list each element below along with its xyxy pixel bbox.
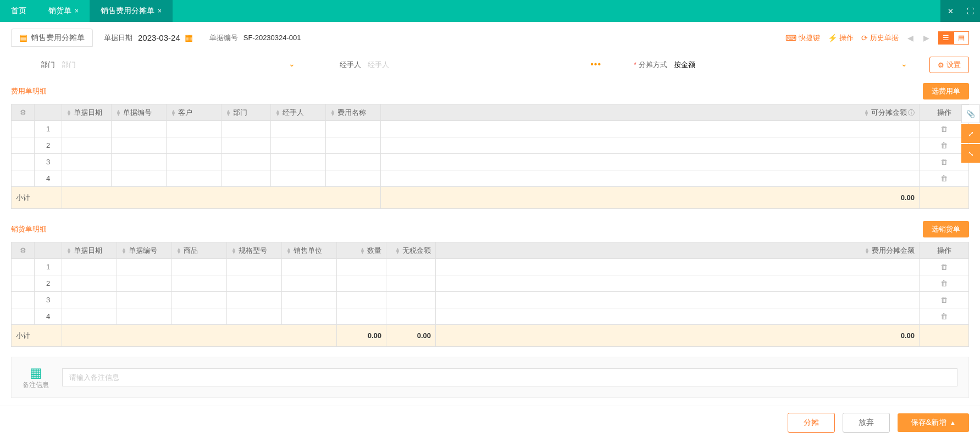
remarks-input[interactable] <box>62 368 957 386</box>
history-icon: ⟳ <box>861 34 868 42</box>
table-row[interactable]: 4🗑 <box>12 308 969 325</box>
tab-current[interactable]: 销售费用分摊单× <box>90 0 173 22</box>
fee-table: ⚙ ▲▼单据日期 ▲▼单据编号 ▲▼客户 ▲▼部门 ▲▼经手人 ▲▼费用名称 ▲… <box>11 104 969 209</box>
discard-button[interactable]: 放弃 <box>843 413 890 433</box>
gear-icon[interactable]: ⚙ <box>12 104 35 121</box>
delete-icon[interactable]: 🗑 <box>920 259 969 275</box>
select-sales-button[interactable]: 选销货单 <box>923 221 969 237</box>
col-amount-notax[interactable]: ▲▼无税金额 <box>386 242 436 259</box>
remarks-section: ▦ 备注信息 <box>11 357 969 398</box>
sales-table: ⚙ ▲▼单据日期 ▲▼单据编号 ▲▼商品 ▲▼规格型号 ▲▼销售单位 ▲▼数量 … <box>11 242 969 347</box>
delete-icon[interactable]: 🗑 <box>920 308 969 325</box>
prev-icon[interactable]: ◀ <box>906 34 915 42</box>
collapse-icon[interactable]: ⤡ <box>961 144 980 163</box>
history-link[interactable]: ⟳历史单据 <box>861 33 899 43</box>
tab-home[interactable]: 首页 <box>0 0 37 22</box>
allocate-button[interactable]: 分摊 <box>788 413 835 433</box>
col-customer[interactable]: ▲▼客户 <box>167 104 222 121</box>
gear-icon: ⚙ <box>938 61 944 69</box>
shortcuts-link[interactable]: ⌨快捷键 <box>785 33 820 43</box>
delete-icon[interactable]: 🗑 <box>920 275 969 292</box>
attachment-icon[interactable]: 📎 <box>961 104 980 123</box>
alloc-label: *分摊方式 <box>623 60 667 70</box>
table-row[interactable]: 4🗑 <box>12 170 969 187</box>
table-row[interactable]: 3🗑 <box>12 292 969 308</box>
col-unit[interactable]: ▲▼销售单位 <box>282 242 337 259</box>
footer-bar: 分摊 放弃 保存&新增▲ <box>0 406 980 437</box>
close-icon[interactable]: × <box>158 7 162 15</box>
dept-label: 部门 <box>11 60 55 70</box>
handler-input[interactable] <box>368 58 601 71</box>
col-fee-alloc[interactable]: ▲▼费用分摊金额 <box>436 242 920 259</box>
right-rail: 📎 ⤢ ⤡ <box>961 104 980 164</box>
tab-sales[interactable]: 销货单× <box>37 0 90 22</box>
section1-title: 费用单明细 <box>11 86 47 96</box>
col-fee-name[interactable]: ▲▼费用名称 <box>326 104 381 121</box>
top-tab-bar: 首页 销货单× 销售费用分摊单× ✕ ⛶ <box>0 0 980 22</box>
table-row[interactable]: 1🗑 <box>12 259 969 275</box>
help-icon[interactable]: ⓘ <box>908 109 915 117</box>
section2-title: 销货单明细 <box>11 224 47 234</box>
more-icon[interactable]: ••• <box>590 59 601 69</box>
close-icon[interactable]: × <box>75 7 79 15</box>
save-new-button[interactable]: 保存&新增▲ <box>898 413 969 432</box>
document-icon: ▤ <box>19 32 27 43</box>
subtotal-row: 小计 0.00 <box>12 187 969 209</box>
dept-input[interactable] <box>62 58 295 71</box>
fullscreen-button[interactable]: ⛶ <box>960 0 980 22</box>
chevron-down-icon[interactable]: ⌄ <box>289 59 295 68</box>
gear-icon[interactable]: ⚙ <box>12 242 35 259</box>
alloc-select[interactable] <box>674 58 907 71</box>
col-handler[interactable]: ▲▼经手人 <box>271 104 326 121</box>
chevron-up-icon: ▲ <box>950 419 956 426</box>
col-date[interactable]: ▲▼单据日期 <box>62 242 117 259</box>
next-icon[interactable]: ▶ <box>922 34 931 42</box>
col-alloc-amount[interactable]: ▲▼可分摊金额ⓘ <box>381 104 920 121</box>
col-number[interactable]: ▲▼单据编号 <box>117 242 172 259</box>
close-button[interactable]: ✕ <box>940 0 960 22</box>
calendar-icon[interactable]: ▦ <box>185 32 193 43</box>
keyboard-icon: ⌨ <box>785 34 796 42</box>
remarks-label: 备注信息 <box>23 380 49 390</box>
subtotal-row: 小计 0.00 0.00 0.00 <box>12 325 969 347</box>
voucher-type-tab[interactable]: ▤ 销售费用分摊单 <box>11 29 93 47</box>
actions-link[interactable]: ⚡操作 <box>828 33 854 43</box>
table-row[interactable]: 2🗑 <box>12 137 969 154</box>
col-qty[interactable]: ▲▼数量 <box>337 242 386 259</box>
col-date[interactable]: ▲▼单据日期 <box>62 104 112 121</box>
col-product[interactable]: ▲▼商品 <box>172 242 227 259</box>
view-grid-button[interactable]: ▤ <box>954 31 969 45</box>
table-row[interactable]: 1🗑 <box>12 121 969 137</box>
delete-icon[interactable]: 🗑 <box>920 292 969 308</box>
col-number[interactable]: ▲▼单据编号 <box>112 104 167 121</box>
date-field[interactable]: 单据日期 2023-03-24 ▦ <box>104 32 193 43</box>
col-action: 操作 <box>920 242 969 259</box>
table-row[interactable]: 2🗑 <box>12 275 969 292</box>
select-fee-button[interactable]: 选费用单 <box>923 83 969 99</box>
handler-label: 经手人 <box>317 60 361 70</box>
delete-icon[interactable]: 🗑 <box>920 170 969 187</box>
expand-icon[interactable]: ⤢ <box>961 124 980 143</box>
table-row[interactable]: 3🗑 <box>12 154 969 170</box>
number-field: 单据编号 SF-20230324-001 <box>209 33 301 43</box>
settings-button[interactable]: ⚙设置 <box>929 57 969 73</box>
chevron-down-icon[interactable]: ⌄ <box>901 59 907 68</box>
view-list-button[interactable]: ☰ <box>938 31 954 45</box>
notes-icon: ▦ <box>30 365 42 380</box>
filter-row: 部门 ⌄ 经手人 ••• *分摊方式 ⌄ ⚙设置 <box>11 52 969 83</box>
bolt-icon: ⚡ <box>828 34 837 42</box>
col-dept[interactable]: ▲▼部门 <box>222 104 271 121</box>
col-spec[interactable]: ▲▼规格型号 <box>227 242 282 259</box>
header-row: ▤ 销售费用分摊单 单据日期 2023-03-24 ▦ 单据编号 SF-2023… <box>11 29 969 47</box>
